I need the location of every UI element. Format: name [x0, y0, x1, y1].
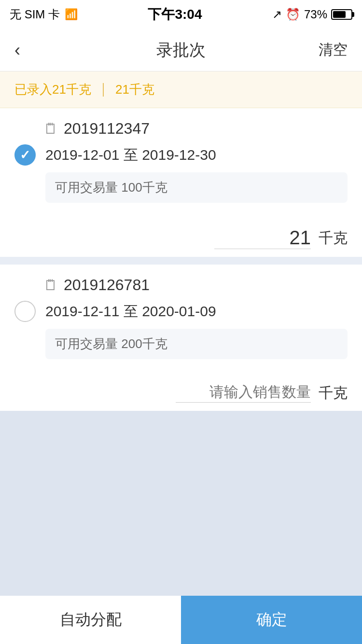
batch2-radio[interactable] — [14, 301, 36, 322]
batch1-unit: 千克 — [319, 228, 348, 248]
batch2-item: 🗒 2019126781 2019-12-11 至 2020-01-09 可用交… — [0, 265, 362, 374]
status-bar-left: 无 SIM 卡 📶 — [10, 7, 78, 22]
batch1-id: 2019112347 — [64, 120, 150, 138]
batch1-item: 🗒 2019112347 2019-12-01 至 2019-12-30 可用交… — [0, 108, 362, 217]
status-bar-time: 下午3:04 — [148, 5, 202, 24]
battery-icon — [331, 9, 352, 20]
bottom-bar: 自动分配 确定 — [0, 596, 362, 644]
status-bar: 无 SIM 卡 📶 下午3:04 ↗ ⏰ 73% — [0, 0, 362, 29]
batch2-qty-label: 可用交易量 200千克 — [55, 336, 167, 351]
batch1-amount-input[interactable] — [214, 227, 311, 249]
section-divider — [0, 257, 362, 265]
batch1-amount-row: 千克 — [0, 217, 362, 257]
clear-button[interactable]: 清空 — [319, 40, 348, 60]
batch2-header: 🗒 2019126781 — [43, 276, 348, 294]
batch2-doc-icon: 🗒 — [43, 277, 58, 294]
auto-distribute-button[interactable]: 自动分配 — [0, 596, 181, 644]
location-icon: ↗ — [272, 8, 282, 21]
batch1-date: 2019-12-01 至 2019-12-30 — [45, 145, 216, 165]
confirm-button[interactable]: 确定 — [181, 596, 362, 644]
batch2-unit: 千克 — [319, 383, 348, 403]
gray-area — [0, 411, 362, 614]
batch2-qty-input[interactable] — [176, 384, 311, 403]
batch1-qty-box: 可用交易量 100千克 — [45, 172, 348, 203]
batch2-input-row: 千克 — [0, 374, 362, 411]
batch1-row: 2019-12-01 至 2019-12-30 — [14, 144, 348, 166]
batch1-header: 🗒 2019112347 — [43, 120, 348, 138]
battery-percent: 73% — [304, 8, 327, 21]
sim-status: 无 SIM 卡 — [10, 7, 60, 22]
info-divider — [103, 83, 104, 97]
batch1-section: 🗒 2019112347 2019-12-01 至 2019-12-30 可用交… — [0, 108, 362, 257]
batch1-qty-label: 可用交易量 100千克 — [55, 180, 167, 195]
batch2-row: 2019-12-11 至 2020-01-09 — [14, 301, 348, 322]
nav-bar: ‹ 录批次 清空 — [0, 29, 362, 71]
batch2-date: 2019-12-11 至 2020-01-09 — [45, 302, 216, 322]
batch2-qty-box: 可用交易量 200千克 — [45, 329, 348, 359]
wifi-icon: 📶 — [65, 8, 78, 21]
info-bar: 已录入21千克 21千克 — [0, 71, 362, 108]
batch1-radio[interactable] — [14, 144, 36, 166]
status-bar-right: ↗ ⏰ 73% — [272, 8, 352, 21]
battery-fill — [333, 11, 346, 18]
recorded-amount: 已录入21千克 — [14, 81, 91, 98]
alarm-icon: ⏰ — [286, 8, 300, 21]
page-title: 录批次 — [156, 39, 206, 61]
total-amount: 21千克 — [115, 81, 154, 98]
batch1-doc-icon: 🗒 — [43, 121, 58, 137]
batch2-section: 🗒 2019126781 2019-12-11 至 2020-01-09 可用交… — [0, 265, 362, 411]
back-button[interactable]: ‹ — [14, 40, 43, 60]
batch2-id: 2019126781 — [64, 276, 150, 294]
